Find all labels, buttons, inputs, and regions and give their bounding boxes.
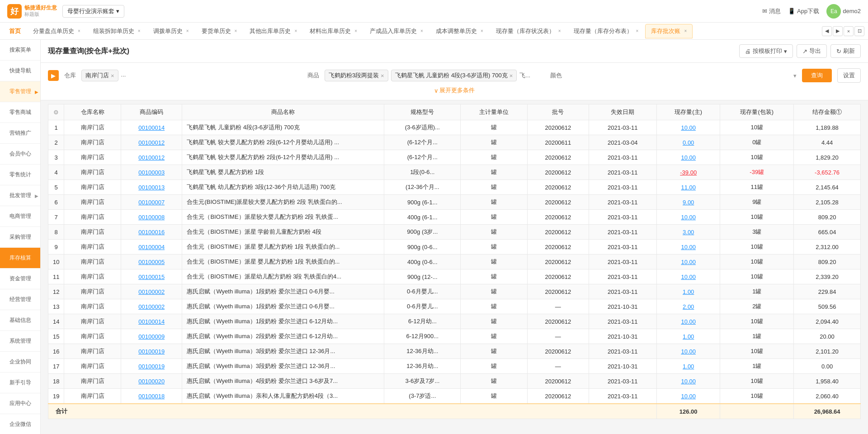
row-code[interactable]: 00100016: [121, 225, 182, 240]
row-code[interactable]: 00100018: [121, 389, 182, 404]
row-code[interactable]: 00100009: [121, 329, 182, 344]
tab-zuzhuang[interactable]: 组装拆卸单历史 ×: [87, 24, 146, 38]
sidebar-item-quicknav[interactable]: 快捷导航: [0, 61, 40, 81]
row-qty[interactable]: 10.00: [657, 344, 720, 359]
sidebar-item-marketing[interactable]: 营销推广: [0, 123, 40, 144]
row-code[interactable]: 00100020: [121, 374, 182, 389]
close-icon[interactable]: ×: [186, 28, 189, 33]
refresh-button[interactable]: ↻ 刷新: [830, 44, 861, 58]
row-qty[interactable]: 10.00: [657, 210, 720, 225]
row-qty[interactable]: 3.00: [657, 225, 720, 240]
row-qty[interactable]: 10.00: [657, 255, 720, 269]
product-tag-2-close[interactable]: ×: [509, 72, 513, 79]
row-qty[interactable]: 10.00: [657, 150, 720, 165]
tab-diaob[interactable]: 调拨单历史 ×: [147, 24, 195, 38]
user-menu[interactable]: Ea demo2: [826, 4, 861, 19]
gear-icon[interactable]: ⚙: [53, 109, 59, 116]
row-qty[interactable]: 10.00: [657, 374, 720, 389]
color-dropdown-icon[interactable]: ▾: [793, 72, 797, 79]
message-button[interactable]: ✉ 消息: [762, 7, 781, 15]
product-tag-2[interactable]: 飞鹤星飞帆 儿童奶粉 4段(3-6岁适用) 700克 ×: [391, 70, 517, 81]
tab-next-arrow[interactable]: ▶: [833, 26, 843, 36]
close-icon[interactable]: ×: [138, 28, 141, 33]
tab-chancheng[interactable]: 产成品入库单历史 ×: [364, 24, 429, 38]
row-code[interactable]: 00100003: [121, 165, 182, 180]
tab-xiancun2[interactable]: 现存量（库存分布表） ×: [568, 24, 645, 38]
row-code[interactable]: 00100005: [121, 255, 182, 269]
row-code[interactable]: 00100015: [121, 269, 182, 284]
setting-button[interactable]: 设置: [837, 68, 861, 83]
sidebar-item-retailshop[interactable]: 零售商城: [0, 102, 40, 123]
row-code[interactable]: 00100008: [121, 210, 182, 225]
warehouse-tag-close[interactable]: ×: [111, 72, 114, 79]
sidebar-item-retail[interactable]: 零售管理 ▶: [0, 81, 40, 102]
tab-fenpan[interactable]: 分量盘点单历史 ×: [27, 24, 86, 38]
row-qty[interactable]: 10.00: [657, 314, 720, 329]
row-code[interactable]: 00100004: [121, 240, 182, 255]
close-icon[interactable]: ×: [420, 28, 423, 33]
close-icon[interactable]: ×: [78, 28, 80, 33]
row-code[interactable]: 00100013: [121, 180, 182, 195]
close-icon[interactable]: ×: [684, 28, 687, 33]
row-qty[interactable]: 10.00: [657, 240, 720, 255]
row-code[interactable]: 00100012: [121, 150, 182, 165]
row-code[interactable]: 00100019: [121, 359, 182, 374]
search-button[interactable]: 查询: [802, 69, 832, 82]
row-qty[interactable]: -39.00: [657, 165, 720, 180]
sidebar-item-search[interactable]: 搜索英单: [0, 40, 40, 61]
row-qty[interactable]: 1.00: [657, 329, 720, 344]
account-dropdown[interactable]: 母婴行业演示账套 ▾: [62, 5, 124, 18]
sidebar-item-ecommerce[interactable]: 电商管理: [0, 206, 40, 227]
sidebar-item-purchase[interactable]: 采购管理: [0, 227, 40, 248]
app-download-button[interactable]: 📱 App下载: [788, 7, 819, 15]
tab-kucunpici[interactable]: 库存批次账 ×: [645, 24, 693, 38]
sidebar-item-retailstat[interactable]: 零售统计: [0, 165, 40, 185]
tab-qitachu[interactable]: 其他出库单历史 ×: [244, 24, 303, 38]
sidebar-item-appcenter[interactable]: 应用中心: [0, 393, 40, 414]
sidebar-item-finance[interactable]: 资金管理: [0, 269, 40, 289]
tab-xiancun1[interactable]: 现存量（库存状况表） ×: [490, 24, 567, 38]
row-qty[interactable]: 11.00: [657, 180, 720, 195]
row-qty[interactable]: 0.00: [657, 135, 720, 150]
tab-home[interactable]: 首页: [4, 24, 26, 38]
row-code[interactable]: 00100002: [121, 284, 182, 299]
sidebar-item-inventory[interactable]: 库存核算: [0, 248, 40, 269]
tab-chengben[interactable]: 成本调整单历史 ×: [430, 24, 489, 38]
close-icon[interactable]: ×: [235, 28, 237, 33]
row-code[interactable]: 00100007: [121, 195, 182, 210]
row-qty[interactable]: 1.00: [657, 359, 720, 374]
sidebar-item-basic[interactable]: 基础信息: [0, 310, 40, 331]
warehouse-tag[interactable]: 南岸门店 ×: [81, 70, 118, 81]
row-qty[interactable]: 1.00: [657, 284, 720, 299]
tab-prev-arrow[interactable]: ◀: [822, 26, 832, 36]
row-qty[interactable]: 10.00: [657, 120, 720, 135]
expand-conditions-button[interactable]: ∨ 展开更多条件: [48, 86, 861, 94]
sidebar-item-operation[interactable]: 经营管理: [0, 289, 40, 310]
row-qty[interactable]: 2.00: [657, 299, 720, 314]
sidebar-item-member[interactable]: 会员中心: [0, 144, 40, 165]
row-qty[interactable]: 9.00: [657, 195, 720, 210]
product-tag-1[interactable]: 飞鹤奶粉3段两提装 ×: [325, 70, 388, 81]
sidebar-item-system[interactable]: 系统管理: [0, 331, 40, 352]
close-icon[interactable]: ×: [558, 28, 561, 33]
print-button[interactable]: 🖨 按模板打印 ▾: [739, 44, 793, 58]
row-qty[interactable]: 10.00: [657, 389, 720, 404]
sidebar-item-newguide[interactable]: 新手引导: [0, 373, 40, 393]
expand-arrow-button[interactable]: ▶: [48, 70, 59, 81]
row-code[interactable]: 00100014: [121, 120, 182, 135]
close-icon[interactable]: ×: [354, 28, 357, 33]
product-tag-1-close[interactable]: ×: [381, 72, 384, 79]
export-button[interactable]: ↗ 导出: [797, 44, 827, 58]
row-code[interactable]: 00100012: [121, 135, 182, 150]
tab-yaohuo[interactable]: 要货单历史 ×: [196, 24, 243, 38]
close-icon[interactable]: ×: [636, 28, 639, 33]
sidebar-item-wechat[interactable]: 企业微信: [0, 414, 40, 434]
tab-cailiao[interactable]: 材料出库单历史 ×: [304, 24, 363, 38]
sidebar-item-enterprise[interactable]: 企业协同: [0, 352, 40, 373]
row-qty[interactable]: 10.00: [657, 269, 720, 284]
sidebar-item-wholesale[interactable]: 批发管理 ▶: [0, 185, 40, 206]
tab-menu-arrow[interactable]: ⊡: [854, 26, 864, 36]
close-icon[interactable]: ×: [481, 28, 483, 33]
close-icon[interactable]: ×: [294, 28, 297, 33]
row-code[interactable]: 00100019: [121, 344, 182, 359]
